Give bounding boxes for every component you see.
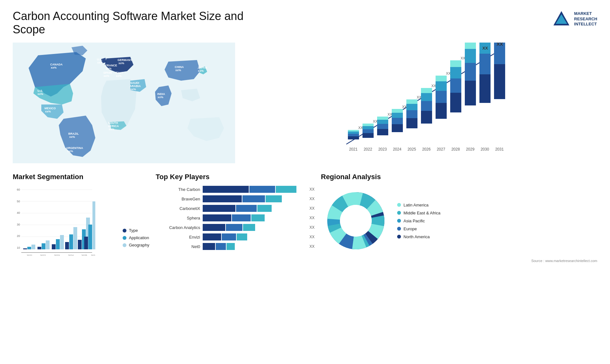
legend-application: Application: [123, 235, 149, 240]
player-bar-seg3: [251, 214, 265, 221]
player-bar-seg1: [203, 224, 225, 231]
svg-rect-41: [436, 103, 447, 119]
svg-rect-18: [377, 124, 388, 129]
logo-text: MARKET RESEARCH INTELLECT: [574, 11, 597, 27]
player-bar-seg2: [226, 224, 242, 231]
svg-rect-54: [465, 63, 476, 81]
uk-label: U.K.: [97, 58, 103, 61]
player-bar-seg3: [257, 205, 272, 212]
player-bar: [203, 233, 305, 240]
player-bar-seg1: [203, 195, 242, 202]
svg-rect-63: [494, 64, 505, 99]
player-bar-seg2: [242, 195, 265, 202]
player-xx: XX: [309, 243, 315, 250]
player-name: The Carbon: [156, 187, 200, 192]
svg-text:2021: 2021: [27, 254, 32, 256]
player-xx: XX: [309, 195, 315, 202]
mexico-label: MEXICO: [44, 107, 56, 110]
player-bar-seg1: [203, 186, 249, 193]
svg-rect-85: [37, 247, 41, 249]
legend-application-label: Application: [129, 235, 149, 240]
svg-rect-8: [348, 130, 359, 131]
india-value: xx%: [158, 96, 163, 99]
player-name: Sphera: [156, 216, 200, 220]
svg-rect-25: [392, 113, 403, 118]
svg-rect-81: [23, 248, 27, 249]
svg-rect-53: [465, 81, 476, 105]
svg-text:10: 10: [17, 246, 20, 249]
svg-rect-31: [406, 104, 417, 110]
growth-bar-chart: 2021 XX 2022 XX 2023 XX 2024 XX: [241, 43, 597, 163]
legend-north-america-label: North America: [403, 234, 430, 239]
donut-chart: [321, 186, 391, 256]
legend-type-label: Type: [129, 228, 138, 233]
legend-geography-dot: [123, 243, 126, 247]
regional-section: Regional Analysis: [321, 173, 597, 263]
svg-rect-103: [92, 201, 95, 249]
legend-geography-label: Geography: [129, 243, 149, 247]
svg-text:2022: 2022: [364, 147, 372, 152]
logo-icon: [552, 10, 571, 29]
legend-application-dot: [123, 236, 126, 240]
key-players-section: Top Key Players The Carbon XX BraveGen: [156, 173, 315, 263]
player-name: Envizi: [156, 235, 200, 239]
player-bar: [203, 205, 305, 212]
player-name: Net0: [156, 244, 200, 249]
player-bar-seg2: [216, 243, 226, 250]
svg-rect-93: [65, 242, 69, 249]
top-section: CANADA xx% U.S. xx% MEXICO xx% BRAZIL xx…: [13, 43, 597, 163]
china-value: xx%: [175, 69, 181, 72]
regional-title: Regional Analysis: [321, 173, 597, 181]
spain-label: SPAIN: [103, 71, 112, 74]
svg-rect-87: [46, 240, 50, 249]
japan-label: JAPAN: [198, 66, 207, 69]
svg-text:40: 40: [17, 211, 20, 214]
legend-north-america: North America: [397, 234, 440, 239]
canada-label: CANADA: [50, 63, 63, 66]
svg-rect-26: [392, 109, 403, 113]
us-label: U.S.: [37, 89, 43, 92]
player-bar-seg1: [203, 233, 221, 240]
player-name: BraveGen: [156, 197, 200, 201]
uk-value: xx%: [97, 61, 103, 64]
key-players-list: The Carbon XX BraveGen XX CarbonetiX: [156, 186, 315, 250]
mexico-value: xx%: [45, 110, 51, 113]
segmentation-chart-area: 60 50 40 30 20 10: [13, 186, 149, 257]
svg-rect-102: [88, 225, 92, 249]
regional-legend: Latin America Middle East & Africa Asia …: [397, 203, 440, 239]
svg-text:XX: XX: [497, 43, 503, 47]
china-label: CHINA: [175, 65, 184, 69]
svg-rect-56: [465, 43, 476, 49]
legend-asia-pacific: Asia Pacific: [397, 219, 440, 223]
svg-text:50: 50: [17, 200, 20, 203]
svg-rect-37: [421, 93, 432, 101]
bottom-section: Market Segmentation 60 50 40 30 20 10: [13, 173, 597, 263]
player-bar-seg2: [236, 205, 257, 212]
segmentation-section: Market Segmentation 60 50 40 30 20 10: [13, 173, 149, 263]
svg-rect-89: [52, 244, 56, 249]
logo: MARKET RESEARCH INTELLECT: [552, 10, 597, 29]
svg-text:20: 20: [17, 234, 20, 238]
svg-rect-13: [363, 126, 374, 129]
svg-text:2027: 2027: [437, 147, 445, 152]
player-bar: [203, 186, 305, 193]
spain-value: xx%: [104, 74, 109, 78]
legend-north-america-dot: [397, 235, 401, 239]
player-bar: [203, 243, 305, 250]
svg-rect-30: [406, 110, 417, 118]
player-bar: [203, 195, 305, 202]
player-bar-seg2: [222, 233, 236, 240]
player-bar-seg1: [203, 243, 215, 250]
svg-text:XX: XX: [417, 95, 422, 99]
svg-text:2025: 2025: [408, 147, 416, 152]
player-bar-seg3: [237, 233, 247, 240]
italy-value: xx%: [116, 74, 122, 78]
svg-rect-35: [421, 111, 432, 124]
svg-rect-11: [363, 133, 374, 138]
svg-rect-44: [436, 76, 447, 81]
argentina-value: xx%: [67, 150, 73, 153]
svg-rect-6: [348, 134, 359, 136]
svg-rect-50: [450, 60, 461, 67]
brazil-value: xx%: [69, 135, 75, 138]
safrica-label2: AFRICA: [108, 125, 119, 128]
